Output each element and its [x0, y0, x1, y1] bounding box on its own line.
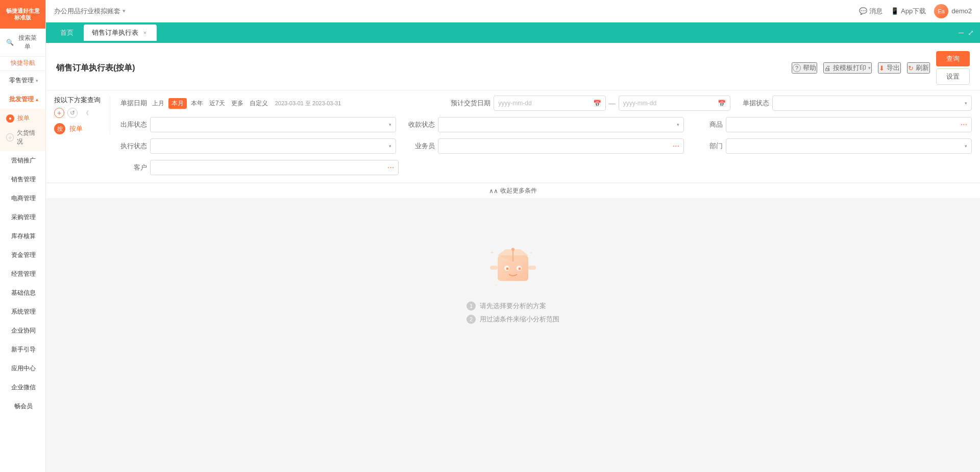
sidebar-item-ecommerce-label: 电商管理	[11, 195, 36, 202]
salesperson-dots[interactable]: ···	[673, 141, 679, 151]
customer-select[interactable]: ···	[150, 160, 399, 175]
settings-label: 设置	[946, 73, 960, 80]
date-tab-this-year[interactable]: 本年	[189, 98, 205, 109]
search-menu-button[interactable]: 🔍 搜索菜单	[4, 32, 41, 53]
department-select[interactable]: ▾	[726, 138, 972, 154]
tab-home[interactable]: 首页	[52, 25, 82, 41]
breadcrumb-text: 办公用品行业模拟账套	[54, 7, 120, 16]
scheme-label-row: 按以下方案查询	[54, 96, 102, 105]
app-logo: 畅捷通好生意 标准版	[0, 0, 45, 29]
payment-status-label: 收款状态	[404, 120, 435, 129]
svg-point-10	[511, 248, 514, 251]
tab-close-button[interactable]: ×	[141, 29, 149, 36]
date-tab-this-month[interactable]: 本月	[168, 98, 187, 109]
filter-row-4: 客户 ···	[116, 160, 972, 175]
avatar: Ea	[934, 4, 948, 18]
sidebar-item-apps[interactable]: 应用中心	[0, 359, 45, 378]
customer-dots[interactable]: ···	[387, 163, 394, 172]
order-status-select[interactable]: ▾	[772, 96, 972, 111]
user-name: demo2	[951, 7, 972, 15]
payment-chevron-icon: ▾	[677, 122, 679, 127]
sidebar-item-system[interactable]: 系统管理	[0, 302, 45, 321]
export-button[interactable]: ⬇ 导出	[878, 62, 901, 74]
sidebar-item-enterprise[interactable]: 企业协同	[0, 321, 45, 340]
sidebar-item-wechat[interactable]: 企业微信	[0, 378, 45, 397]
delivery-status-select[interactable]: ▾	[150, 117, 396, 132]
active-scheme-badge: 按	[54, 123, 65, 134]
search-menu-label: 搜索菜单	[15, 34, 39, 51]
sidebar-item-sales[interactable]: 销售管理	[0, 170, 45, 189]
goods-dots[interactable]: ···	[961, 120, 967, 129]
sidebar-item-ecommerce[interactable]: 电商管理	[0, 189, 45, 208]
settings-button[interactable]: 设置	[936, 68, 970, 85]
print-chevron-icon: ▾	[868, 65, 871, 70]
sidebar-item-marketing[interactable]: 营销推广	[0, 151, 45, 170]
tab-sales-order[interactable]: 销售订单执行表 ×	[84, 25, 157, 41]
sidebar-item-operations[interactable]: 经营管理	[0, 265, 45, 284]
sub-item-press-single[interactable]: ● 按单	[0, 111, 45, 126]
sidebar-item-purchase[interactable]: 采购管理	[0, 208, 45, 227]
sidebar-item-purchase-label: 采购管理	[11, 214, 36, 221]
sub-item-arrears[interactable]: ○ 欠货情况	[0, 126, 45, 149]
sidebar-item-finance[interactable]: 资金管理	[0, 246, 45, 265]
empty-tip-1: 1 请先选择要分析的方案	[467, 301, 559, 311]
sidebar-item-wholesale-label: 批发管理	[9, 95, 34, 104]
salesperson-label: 业务员	[404, 141, 435, 151]
date-tab-custom[interactable]: 自定义	[248, 98, 270, 109]
add-scheme-button[interactable]: +	[54, 108, 64, 118]
refresh-scheme-button[interactable]: ↺	[67, 108, 78, 118]
date-tab-last-month[interactable]: 上月	[150, 98, 166, 109]
print-button[interactable]: 🖨 按模板打印 ▾	[823, 62, 872, 74]
date-tab-more[interactable]: 更多	[229, 98, 246, 109]
content-area: 销售订单执行表(按单) ? 帮助 🖨 按模板打印 ▾ ⬇ 导出 ↻ 刷新	[46, 43, 980, 472]
user-menu[interactable]: Ea demo2	[934, 4, 972, 18]
sidebar-item-inventory[interactable]: 库存核算	[0, 227, 45, 246]
department-label: 部门	[692, 141, 723, 151]
sidebar-item-sales-label: 销售管理	[11, 176, 36, 183]
svg-rect-8	[528, 266, 536, 270]
date-range-text: 2023-03-01 至 2023-03-31	[275, 100, 341, 107]
payment-status-select[interactable]: ▾	[438, 117, 684, 132]
sidebar-item-member[interactable]: 畅会员	[0, 397, 45, 416]
sidebar-item-basic[interactable]: 基础信息	[0, 284, 45, 302]
date-tab-7days[interactable]: 近7天	[207, 98, 227, 109]
salesperson-select[interactable]: ···	[438, 138, 684, 154]
filter-row-1: 单据日期 上月 本月 本年 近7天 更多 自定义 2023-03-01 至 20…	[116, 96, 972, 111]
active-scheme-name: 按单	[69, 125, 83, 132]
message-button[interactable]: 💬 消息	[859, 7, 883, 16]
collapse-scheme-button[interactable]: 《	[81, 108, 91, 118]
export-label: 导出	[887, 63, 900, 73]
tab-maximize-icon[interactable]: ⤢	[968, 29, 974, 37]
expected-delivery-start[interactable]: yyyy-mm-dd 📅	[494, 96, 606, 111]
sidebar-item-retail[interactable]: 零售管理 ▾	[0, 71, 45, 90]
sidebar-item-wholesale[interactable]: 批发管理 ▴	[0, 90, 45, 109]
collapse-button[interactable]: ∧∧ 收起更多条件	[489, 186, 537, 195]
svg-text:✦: ✦	[495, 284, 498, 287]
date-tabs-row: 上月 本月 本年 近7天 更多 自定义	[150, 98, 270, 109]
expected-delivery-end[interactable]: yyyy-mm-dd 📅	[619, 96, 731, 111]
help-button[interactable]: ? 帮助	[792, 62, 817, 74]
logo-subtext: 标准版	[14, 14, 31, 21]
collapse-bar[interactable]: ∧∧ 收起更多条件	[46, 183, 980, 198]
sidebar-item-newbie[interactable]: 新手引导	[0, 340, 45, 359]
page-actions: ? 帮助 🖨 按模板打印 ▾ ⬇ 导出 ↻ 刷新	[792, 51, 970, 85]
goods-select[interactable]: ···	[726, 117, 972, 132]
scheme-actions-row: + ↺ 《	[54, 108, 102, 118]
delivery-chevron-icon: ▾	[389, 122, 391, 127]
tab-minimize-icon[interactable]: ─	[959, 29, 964, 37]
app-download-button[interactable]: 📱 App下载	[891, 7, 926, 16]
refresh-button[interactable]: ↻ 刷新	[907, 62, 930, 74]
tip-text-2: 用过滤条件来缩小分析范围	[480, 315, 559, 324]
query-button[interactable]: 查询	[936, 51, 970, 66]
filter-section: 按以下方案查询 + ↺ 《 按 按单	[46, 90, 980, 198]
help-label: 帮助	[803, 63, 816, 73]
empty-tips: 1 请先选择要分析的方案 2 用过滤条件来缩小分析范围	[467, 301, 559, 324]
active-scheme-label: 按	[57, 125, 63, 133]
empty-state: ✦ ✦ ✦ 1 请先选择要分析的方案 2 用过滤条件来缩小分析范围	[46, 199, 980, 365]
breadcrumb-dropdown[interactable]: 办公用品行业模拟账套 ▾	[54, 7, 126, 16]
order-status-label: 单据状态	[739, 99, 769, 108]
execution-status-select[interactable]: ▾	[150, 138, 396, 154]
sidebar-item-system-label: 系统管理	[11, 308, 36, 315]
active-scheme-item[interactable]: 按 按单	[54, 123, 102, 134]
expected-delivery-field: 预计交货日期 yyyy-mm-dd 📅 — yyyy-mm-dd 📅	[451, 96, 730, 111]
